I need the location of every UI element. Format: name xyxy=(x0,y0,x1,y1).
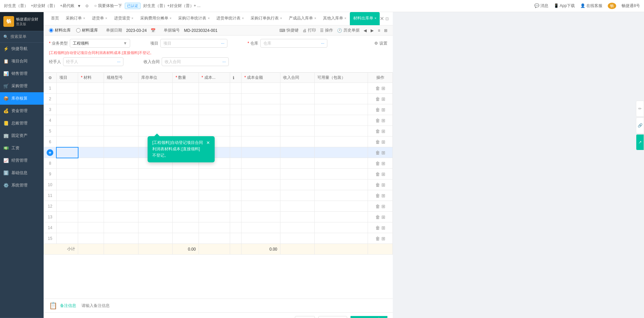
nav-next-btn[interactable]: ▶ xyxy=(371,28,374,33)
sidebar-item-finance[interactable]: 💰 资金管理 xyxy=(0,105,44,117)
sidebar-item-project[interactable]: 📋 项目合同 xyxy=(0,55,44,67)
sidebar-item-accounting[interactable]: 📒 总账管理 xyxy=(0,117,44,129)
row-1-copy-btn[interactable]: ⊞ xyxy=(381,86,385,91)
tab-purchase-stat[interactable]: 采购订单统计表 × xyxy=(175,12,213,25)
tab-product-in-close[interactable]: × xyxy=(314,16,316,20)
sidebar-item-assets[interactable]: 🏢 固定资产 xyxy=(0,129,44,142)
close-tab-btn[interactable]: ✕ xyxy=(380,15,384,22)
row-1-spec[interactable] xyxy=(104,83,138,94)
warehouse-dots-icon[interactable]: ··· xyxy=(321,41,324,46)
copy-btn[interactable]: ⊞ xyxy=(381,182,385,188)
tooltip-close-btn[interactable]: ✕ xyxy=(206,140,210,147)
copy-btn[interactable]: ⊞ xyxy=(381,107,385,112)
nav-agency[interactable]: +易代账 xyxy=(60,3,74,9)
row-1-income-contract[interactable] xyxy=(280,83,314,94)
operations-btn[interactable]: ☰ 操作 xyxy=(320,28,333,33)
delete-btn[interactable]: 🗑 xyxy=(375,96,380,102)
tab-inbound-return-close[interactable]: × xyxy=(131,16,133,20)
handler-dots-icon[interactable]: ··· xyxy=(117,59,120,64)
sidebar-item-quick-nav[interactable]: ⚡ 快捷导航 xyxy=(0,43,44,55)
delete-btn[interactable]: 🗑 xyxy=(375,171,380,177)
row-1-project[interactable] xyxy=(56,83,78,94)
settings-btn[interactable]: ⚙ xyxy=(85,4,89,8)
sidebar-item-system[interactable]: ⚙️ 系统管理 xyxy=(0,179,44,192)
project-select[interactable]: 项目 ··· xyxy=(160,39,227,48)
active-row-col1[interactable] xyxy=(56,147,78,158)
row-1-quantity[interactable] xyxy=(173,83,199,94)
history-btn[interactable]: 🕐 历史单据 xyxy=(337,28,360,33)
delete-btn[interactable]: 🗑 xyxy=(375,118,380,123)
shortcuts-btn[interactable]: ⌨ 快捷键 xyxy=(279,28,299,33)
tab-inbound-close[interactable]: × xyxy=(105,16,107,20)
row-1-delete-btn[interactable]: 🗑 xyxy=(375,86,380,91)
row-1-available[interactable] xyxy=(315,83,368,94)
sidebar-item-basic[interactable]: ℹ️ 基础信息 xyxy=(0,167,44,179)
sidebar-item-inventory[interactable]: 📦 库存核算 xyxy=(0,92,44,105)
row-1-unit[interactable] xyxy=(138,83,172,94)
tab-material-out-close[interactable]: × xyxy=(375,16,377,20)
view-grid-btn[interactable]: ⊞ xyxy=(384,28,387,33)
close-all-tabs-btn[interactable]: ⊡ xyxy=(385,16,389,21)
copy-btn[interactable]: ⊞ xyxy=(381,236,385,241)
add-row-btn[interactable]: + xyxy=(47,149,53,156)
right-panel-edit-btn[interactable]: ✏ xyxy=(636,101,644,117)
tab-inbound-return[interactable]: 进货退货 × xyxy=(111,12,137,25)
project-dots-icon[interactable]: ··· xyxy=(221,41,224,46)
copy-btn[interactable]: ⊞ xyxy=(381,118,385,123)
sidebar-search[interactable]: 🔍 搜索菜单 xyxy=(0,31,44,43)
copy-btn[interactable]: ⊞ xyxy=(381,193,385,198)
tab-purchase-stat-close[interactable]: × xyxy=(208,16,210,20)
nav-more[interactable]: ▼ xyxy=(77,4,81,8)
save-new-main-btn[interactable]: 保存&新增 xyxy=(351,317,379,318)
delete-btn[interactable]: 🗑 xyxy=(375,182,380,188)
tab-other-in[interactable]: 其他入库单 × xyxy=(320,12,350,25)
tab-purchase-exec-close[interactable]: × xyxy=(280,16,282,20)
radio-material-return[interactable]: 材料退库 xyxy=(76,28,98,33)
tab-home[interactable]: 首页 xyxy=(48,12,62,25)
nav-good-business[interactable]: 好生意（普） xyxy=(4,3,28,9)
nav-good-finance[interactable]: +好业财（普） xyxy=(31,3,57,9)
tab-purchase-expense[interactable]: 采购费用分摊单 × xyxy=(137,12,175,25)
copy-btn[interactable]: ⊞ xyxy=(381,225,385,230)
save-draft-btn[interactable]: 保存草稿 xyxy=(318,316,347,318)
delete-btn[interactable]: 🗑 xyxy=(375,139,380,145)
delete-btn[interactable]: 🗑 xyxy=(375,161,380,166)
income-contract-select[interactable]: 收入合同 ··· xyxy=(162,57,229,66)
row-1-material[interactable] xyxy=(78,83,104,94)
row-1-cost-price[interactable] xyxy=(199,83,230,94)
tab-inbound-stat[interactable]: 进货单统计表 × xyxy=(213,12,247,25)
view-list-btn[interactable]: ≡ xyxy=(378,28,380,33)
sidebar-item-operations[interactable]: 📈 经营管理 xyxy=(0,154,44,167)
nav-prev-btn[interactable]: ◀ xyxy=(364,28,367,33)
copy-btn[interactable]: ⊞ xyxy=(381,161,385,166)
discard-btn[interactable]: 放弃 xyxy=(295,316,315,318)
delete-btn[interactable]: 🗑 xyxy=(375,236,380,241)
delete-btn[interactable]: 🗑 xyxy=(375,193,380,198)
copy-btn[interactable]: ⊞ xyxy=(381,150,385,155)
copy-btn[interactable]: ⊞ xyxy=(381,204,385,209)
right-panel-green-btn[interactable]: ↗ xyxy=(636,134,644,150)
warehouse-select[interactable]: 仓库 ··· xyxy=(260,39,327,48)
right-panel-link-btn[interactable]: 🔗 xyxy=(636,117,644,134)
tab-product-in[interactable]: 产成品入库单 × xyxy=(285,12,320,25)
app-download-btn[interactable]: 📱 App下载 xyxy=(554,3,575,9)
tab-other-in-close[interactable]: × xyxy=(344,16,346,20)
copy-btn[interactable]: ⊞ xyxy=(381,128,385,134)
tab-material-out[interactable]: 材料出库单 × xyxy=(350,12,380,25)
income-contract-dots-icon[interactable]: ··· xyxy=(222,59,226,64)
delete-btn[interactable]: 🗑 xyxy=(375,225,380,230)
print-btn[interactable]: 🖨 打印 xyxy=(303,28,316,33)
tab-inbound-stat-close[interactable]: × xyxy=(242,16,244,20)
user-avatar[interactable]: 畅 xyxy=(608,3,616,9)
delete-btn[interactable]: 🗑 xyxy=(375,204,380,209)
col-settings[interactable]: ⚙ xyxy=(44,73,57,83)
biz-type-select[interactable]: 工程领料 ▼ xyxy=(70,39,130,48)
tab-purchase-exec[interactable]: 采购订单执行表 × xyxy=(247,12,285,25)
tab-inbound[interactable]: 进货单 × xyxy=(89,12,111,25)
delete-btn[interactable]: 🗑 xyxy=(375,107,380,112)
copy-btn[interactable]: ⊞ xyxy=(381,171,385,177)
delete-btn[interactable]: 🗑 xyxy=(375,128,380,134)
sidebar-item-payroll[interactable]: 💵 工资 xyxy=(0,142,44,154)
calendar-icon[interactable]: 📅 xyxy=(151,28,156,33)
experience-btn[interactable]: ○ 我要体验一下 xyxy=(94,3,122,9)
